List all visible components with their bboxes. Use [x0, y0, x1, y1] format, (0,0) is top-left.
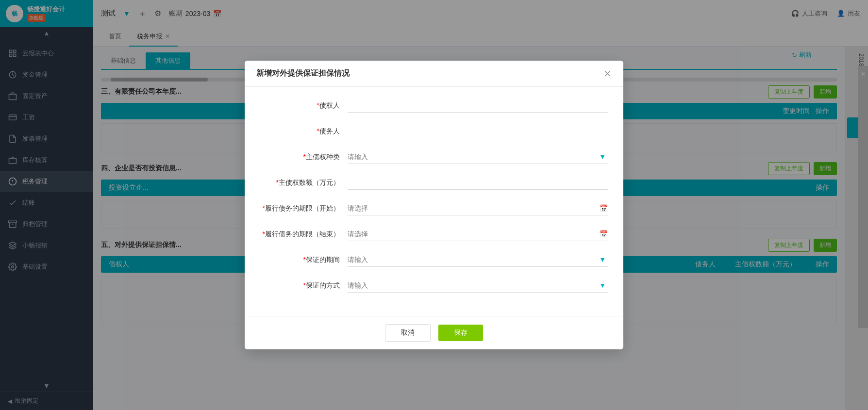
chevron-guarantee-period[interactable]: ▼	[599, 256, 608, 263]
input-period-start[interactable]	[348, 201, 600, 215]
input-guarantee-period[interactable]	[348, 253, 599, 266]
calendar-icon-start[interactable]: 📅	[600, 204, 608, 212]
form-row-period-end: *履行债务的期限（结束） 📅	[260, 227, 608, 241]
required-star-period-start: *	[263, 204, 265, 212]
modal-overlay: 新增对外提供保证担保情况 ✕ *债权人 *债务人 *主债权种类	[0, 0, 868, 410]
modal-title: 新增对外提供保证担保情况	[256, 68, 350, 79]
select-wrapper-claim-type: ▼	[348, 150, 608, 164]
form-row-claim-type: *主债权种类 ▼	[260, 150, 608, 164]
required-star-debtor: *	[317, 127, 319, 135]
form-row-guarantee-period: *保证的期间 ▼	[260, 253, 608, 267]
label-period-end: *履行债务的期限（结束）	[260, 230, 348, 239]
required-star-creditor: *	[317, 101, 319, 109]
select-wrapper-guarantee-period: ▼	[348, 253, 608, 267]
save-button[interactable]: 保存	[438, 325, 483, 341]
select-wrapper-guarantee-method: ▼	[348, 279, 608, 293]
cancel-button[interactable]: 取消	[385, 324, 431, 342]
label-period-start: *履行债务的期限（开始）	[260, 204, 348, 213]
label-claim-type: *主债权种类	[260, 153, 348, 162]
modal: 新增对外提供保证担保情况 ✕ *债权人 *债务人 *主债权种类	[245, 61, 623, 349]
form-row-period-start: *履行债务的期限（开始） 📅	[260, 201, 608, 215]
chevron-claim-type[interactable]: ▼	[599, 153, 608, 161]
label-debtor: *债务人	[260, 127, 348, 136]
required-star-guarantee-period: *	[303, 256, 306, 263]
form-row-guarantee-method: *保证的方式 ▼	[260, 279, 608, 293]
required-star-guarantee-method: *	[303, 281, 306, 289]
calendar-icon-end[interactable]: 📅	[600, 230, 608, 238]
label-guarantee-method: *保证的方式	[260, 281, 348, 290]
form-row-claim-amount: *主债权数额（万元）	[260, 176, 608, 190]
modal-close-button[interactable]: ✕	[603, 69, 612, 79]
modal-body: *债权人 *债务人 *主债权种类 ▼	[245, 87, 623, 316]
date-wrapper-start: 📅	[348, 201, 608, 215]
chevron-guarantee-method[interactable]: ▼	[599, 281, 608, 289]
input-period-end[interactable]	[348, 227, 600, 241]
label-claim-amount: *主债权数额（万元）	[260, 179, 348, 187]
modal-header: 新增对外提供保证担保情况 ✕	[245, 61, 623, 87]
label-creditor: *债权人	[260, 101, 348, 110]
date-wrapper-end: 📅	[348, 227, 608, 241]
input-guarantee-method[interactable]	[348, 279, 599, 292]
input-debtor[interactable]	[348, 124, 608, 138]
form-row-debtor: *债务人	[260, 124, 608, 138]
required-star-claim-type: *	[303, 153, 306, 161]
input-creditor[interactable]	[348, 98, 608, 113]
required-star-period-end: *	[263, 230, 265, 238]
label-guarantee-period: *保证的期间	[260, 256, 348, 264]
required-star-claim-amount: *	[276, 179, 279, 186]
form-row-creditor: *债权人	[260, 98, 608, 113]
input-claim-amount[interactable]	[348, 176, 608, 190]
input-claim-type[interactable]	[348, 150, 599, 164]
modal-footer: 取消 保存	[245, 316, 623, 349]
